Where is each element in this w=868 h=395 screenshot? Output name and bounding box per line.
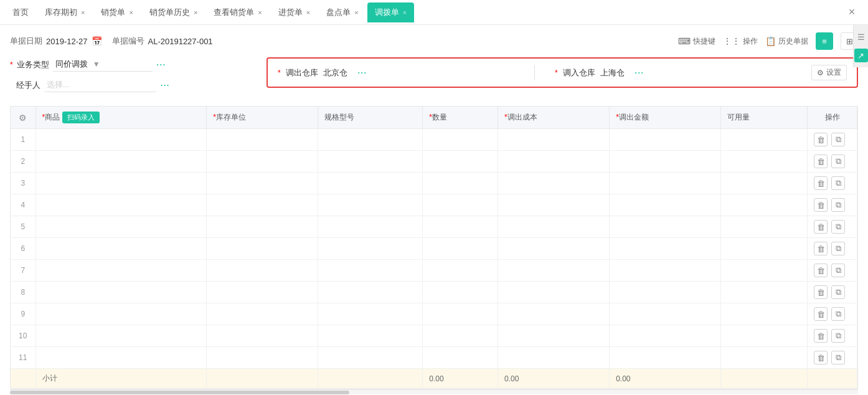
amount-cell[interactable] xyxy=(610,325,721,347)
available-cell[interactable] xyxy=(721,282,808,303)
tab-inventory-check[interactable]: 盘点单 × xyxy=(319,2,366,22)
delete-icon[interactable]: 🗑 xyxy=(814,220,828,234)
product-cell[interactable] xyxy=(35,129,207,151)
product-cell[interactable] xyxy=(35,238,207,260)
available-cell[interactable] xyxy=(721,151,808,173)
unit-cell[interactable] xyxy=(207,282,318,303)
unit-cell[interactable] xyxy=(207,216,318,238)
unit-cell[interactable] xyxy=(207,194,318,216)
amount-cell[interactable] xyxy=(610,282,721,303)
unit-cell[interactable] xyxy=(207,238,318,260)
sidebar-list-icon[interactable]: ☰ xyxy=(854,30,868,44)
settings-button[interactable]: ⚙ 设置 xyxy=(811,65,847,80)
product-cell[interactable] xyxy=(35,260,207,282)
available-cell[interactable] xyxy=(721,260,808,282)
copy-icon[interactable]: ⧉ xyxy=(831,285,845,299)
qty-cell[interactable] xyxy=(423,129,498,151)
qty-cell[interactable] xyxy=(423,347,498,369)
product-cell[interactable] xyxy=(35,194,207,216)
qty-cell[interactable] xyxy=(423,216,498,238)
cost-cell[interactable] xyxy=(498,129,610,151)
tab-inventory-check-close[interactable]: × xyxy=(354,9,358,16)
delete-icon[interactable]: 🗑 xyxy=(814,176,828,190)
available-cell[interactable] xyxy=(721,173,808,194)
available-cell[interactable] xyxy=(721,194,808,216)
amount-cell[interactable] xyxy=(610,151,721,173)
copy-icon[interactable]: ⧉ xyxy=(831,155,845,168)
product-cell[interactable] xyxy=(35,347,207,369)
product-cell[interactable] xyxy=(35,151,207,173)
delete-icon[interactable]: 🗑 xyxy=(814,307,828,321)
amount-cell[interactable] xyxy=(610,303,721,325)
cost-cell[interactable] xyxy=(498,347,610,369)
tab-inventory-init[interactable]: 库存期初 × xyxy=(37,2,92,22)
spec-cell[interactable] xyxy=(318,260,423,282)
tab-inventory-init-close[interactable]: × xyxy=(81,9,85,16)
product-cell[interactable] xyxy=(35,282,207,303)
unit-cell[interactable] xyxy=(207,129,318,151)
sidebar-export-icon[interactable]: ↗ xyxy=(854,49,868,62)
copy-icon[interactable]: ⧉ xyxy=(831,133,845,146)
scrollbar-thumb[interactable] xyxy=(10,391,349,394)
cost-cell[interactable] xyxy=(498,325,610,347)
tab-home[interactable]: 首页 xyxy=(5,2,36,22)
list-view-button[interactable]: ≡ xyxy=(816,32,833,50)
cost-cell[interactable] xyxy=(498,194,610,216)
cost-cell[interactable] xyxy=(498,303,610,325)
handler-input[interactable]: 选择... xyxy=(44,78,156,92)
available-cell[interactable] xyxy=(721,303,808,325)
copy-icon[interactable]: ⧉ xyxy=(831,351,845,364)
out-warehouse-more-icon[interactable]: ··· xyxy=(357,66,367,79)
delete-icon[interactable]: 🗑 xyxy=(814,285,828,299)
amount-cell[interactable] xyxy=(610,129,721,151)
unit-cell[interactable] xyxy=(207,173,318,194)
window-close-button[interactable]: × xyxy=(841,1,863,24)
spec-cell[interactable] xyxy=(318,347,423,369)
amount-cell[interactable] xyxy=(610,347,721,369)
unit-cell[interactable] xyxy=(207,260,318,282)
spec-cell[interactable] xyxy=(318,129,423,151)
copy-icon[interactable]: ⧉ xyxy=(831,198,845,212)
available-cell[interactable] xyxy=(721,347,808,369)
qty-cell[interactable] xyxy=(423,260,498,282)
scan-input-button[interactable]: 扫码录入 xyxy=(62,112,100,123)
product-cell[interactable] xyxy=(35,303,207,325)
spec-cell[interactable] xyxy=(318,303,423,325)
spec-cell[interactable] xyxy=(318,216,423,238)
amount-cell[interactable] xyxy=(610,173,721,194)
tab-sales-order-close[interactable]: × xyxy=(129,9,133,16)
cost-cell[interactable] xyxy=(498,216,610,238)
tab-sales-history[interactable]: 销货单历史 × xyxy=(142,2,205,22)
product-cell[interactable] xyxy=(35,173,207,194)
horizontal-scrollbar[interactable] xyxy=(10,389,858,394)
available-cell[interactable] xyxy=(721,216,808,238)
tab-view-sales[interactable]: 查看销货单 × xyxy=(206,2,269,22)
delete-icon[interactable]: 🗑 xyxy=(814,351,828,364)
available-cell[interactable] xyxy=(721,238,808,260)
unit-cell[interactable] xyxy=(207,325,318,347)
available-cell[interactable] xyxy=(721,325,808,347)
unit-cell[interactable] xyxy=(207,347,318,369)
tab-purchase-order[interactable]: 进货单 × xyxy=(271,2,318,22)
spec-cell[interactable] xyxy=(318,282,423,303)
copy-icon[interactable]: ⧉ xyxy=(831,242,845,255)
qty-cell[interactable] xyxy=(423,282,498,303)
product-cell[interactable] xyxy=(35,325,207,347)
table-settings-icon[interactable]: ⚙ xyxy=(19,113,27,123)
history-button[interactable]: 📋 历史单据 xyxy=(765,36,808,47)
calendar-icon[interactable]: 📅 xyxy=(92,36,102,46)
cost-cell[interactable] xyxy=(498,282,610,303)
available-cell[interactable] xyxy=(721,129,808,151)
copy-icon[interactable]: ⧉ xyxy=(831,264,845,277)
operation-button[interactable]: ⋮⋮ 操作 xyxy=(723,36,758,47)
shortcut-button[interactable]: ⌨ 快捷键 xyxy=(678,36,715,47)
biz-type-more-icon[interactable]: ··· xyxy=(156,58,166,71)
unit-cell[interactable] xyxy=(207,151,318,173)
qty-cell[interactable] xyxy=(423,238,498,260)
in-warehouse-more-icon[interactable]: ··· xyxy=(634,66,644,79)
delete-icon[interactable]: 🗑 xyxy=(814,264,828,277)
tab-sales-order[interactable]: 销货单 × xyxy=(93,2,140,22)
amount-cell[interactable] xyxy=(610,260,721,282)
handler-more-icon[interactable]: ··· xyxy=(160,79,169,92)
cost-cell[interactable] xyxy=(498,173,610,194)
